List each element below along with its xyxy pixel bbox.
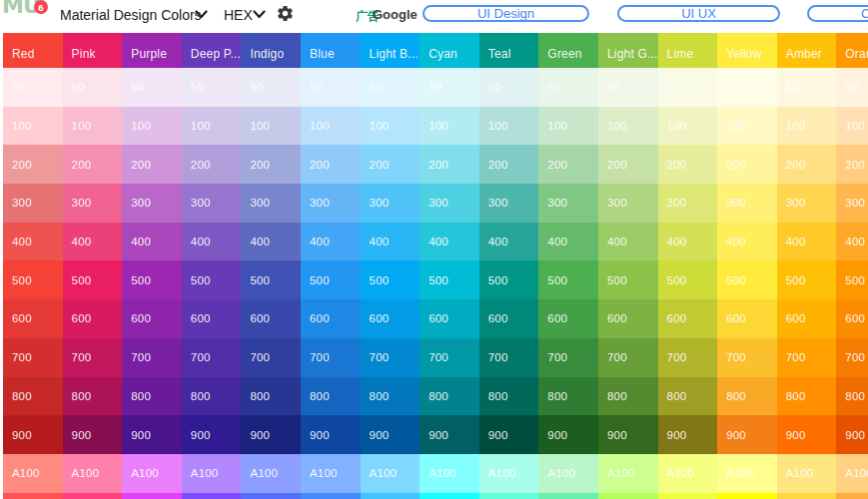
color-swatch-red-700[interactable]: 700 [3,338,63,377]
color-swatch-light-green-800[interactable]: 800 [598,377,658,416]
color-swatch-teal-700[interactable]: 700 [479,338,539,377]
color-swatch-orange-50[interactable]: 50 [836,68,868,107]
color-swatch-cyan-900[interactable]: 900 [420,415,479,454]
color-swatch-purple-100[interactable]: 100 [122,107,182,146]
color-swatch-indigo-a200[interactable]: A200 [241,493,301,499]
color-swatch-yellow-900[interactable]: 900 [717,415,777,454]
color-swatch-red-800[interactable]: 800 [3,377,63,416]
color-swatch-red-900[interactable]: 900 [3,415,63,454]
color-swatch-light-green-500[interactable]: 500 [598,260,658,299]
color-swatch-green-500[interactable]: 500 [538,260,598,299]
color-swatch-orange-400[interactable]: 400 [836,223,868,261]
column-header-green[interactable]: Green [538,33,598,68]
color-swatch-red-200[interactable]: 200 [3,145,63,184]
color-swatch-pink-a100[interactable]: A100 [63,454,123,493]
color-swatch-lime-600[interactable]: 600 [658,299,718,338]
color-swatch-purple-400[interactable]: 400 [122,223,182,261]
color-swatch-pink-500[interactable]: 500 [63,260,123,299]
color-swatch-orange-100[interactable]: 100 [836,107,868,146]
color-swatch-light-blue-600[interactable]: 600 [361,299,421,338]
color-swatch-deep-purple-50[interactable]: 50 [182,68,242,107]
color-swatch-light-green-200[interactable]: 200 [598,145,658,184]
color-swatch-amber-a200[interactable]: A200 [777,493,837,499]
color-swatch-cyan-200[interactable]: 200 [420,145,479,184]
color-swatch-pink-800[interactable]: 800 [63,377,123,416]
color-swatch-pink-700[interactable]: 700 [63,338,123,377]
color-swatch-light-green-300[interactable]: 300 [598,184,658,223]
color-swatch-pink-900[interactable]: 900 [63,415,123,454]
color-swatch-deep-purple-100[interactable]: 100 [182,107,242,146]
color-swatch-cyan-800[interactable]: 800 [420,377,479,416]
color-swatch-cyan-400[interactable]: 400 [420,223,479,261]
color-swatch-amber-200[interactable]: 200 [777,145,837,184]
color-swatch-indigo-400[interactable]: 400 [241,223,301,261]
column-header-cyan[interactable]: Cyan [420,33,479,68]
column-header-blue[interactable]: Blue [301,33,361,68]
color-swatch-deep-purple-800[interactable]: 800 [182,377,242,416]
color-swatch-lime-50[interactable]: 50 [658,68,718,107]
color-swatch-purple-a200[interactable]: A200 [122,493,182,499]
color-swatch-orange-a200[interactable]: A200 [836,493,868,499]
color-swatch-orange-800[interactable]: 800 [836,377,868,416]
color-swatch-cyan-300[interactable]: 300 [420,184,479,223]
color-swatch-indigo-a100[interactable]: A100 [241,454,301,493]
color-swatch-orange-500[interactable]: 500 [836,260,868,299]
color-swatch-amber-700[interactable]: 700 [777,338,837,377]
color-swatch-green-a200[interactable]: A200 [538,493,598,499]
color-swatch-lime-500[interactable]: 500 [658,260,718,299]
color-swatch-red-50[interactable]: 50 [3,68,63,107]
color-swatch-yellow-a200[interactable]: A200 [717,493,777,499]
color-swatch-red-300[interactable]: 300 [3,184,63,223]
color-swatch-green-900[interactable]: 900 [538,415,598,454]
color-swatch-cyan-50[interactable]: 50 [420,68,479,107]
color-swatch-green-400[interactable]: 400 [538,223,598,261]
color-swatch-blue-a200[interactable]: A200 [301,493,361,499]
color-swatch-amber-800[interactable]: 800 [777,377,837,416]
color-swatch-amber-400[interactable]: 400 [777,223,837,261]
color-swatch-pink-200[interactable]: 200 [63,145,123,184]
color-swatch-blue-200[interactable]: 200 [301,145,361,184]
color-swatch-teal-600[interactable]: 600 [479,299,539,338]
color-swatch-teal-200[interactable]: 200 [479,145,539,184]
color-swatch-green-a100[interactable]: A100 [538,454,598,493]
column-header-orange[interactable]: Orange [836,33,868,68]
format-dropdown[interactable]: HEX [224,7,253,23]
color-swatch-red-400[interactable]: 400 [3,223,63,261]
color-swatch-blue-a100[interactable]: A100 [301,454,361,493]
color-swatch-red-100[interactable]: 100 [3,107,63,146]
color-swatch-green-800[interactable]: 800 [538,377,598,416]
color-swatch-teal-400[interactable]: 400 [479,223,539,261]
color-swatch-cyan-600[interactable]: 600 [420,299,479,338]
color-swatch-indigo-100[interactable]: 100 [241,107,301,146]
color-swatch-yellow-100[interactable]: 100 [717,107,777,146]
color-swatch-cyan-a200[interactable]: A200 [420,493,479,499]
color-swatch-teal-50[interactable]: 50 [479,68,539,107]
color-swatch-amber-900[interactable]: 900 [777,415,837,454]
color-swatch-green-600[interactable]: 600 [538,299,598,338]
color-swatch-purple-50[interactable]: 50 [122,68,182,107]
color-swatch-orange-700[interactable]: 700 [836,338,868,377]
color-swatch-purple-300[interactable]: 300 [122,184,182,223]
column-header-lime[interactable]: Lime [658,33,718,68]
color-swatch-orange-600[interactable]: 600 [836,299,868,338]
color-swatch-light-blue-700[interactable]: 700 [361,338,421,377]
color-swatch-light-blue-500[interactable]: 500 [361,260,421,299]
column-header-purple[interactable]: Purple [122,33,182,68]
color-swatch-amber-500[interactable]: 500 [777,260,837,299]
color-swatch-pink-100[interactable]: 100 [63,107,123,146]
color-swatch-deep-purple-700[interactable]: 700 [182,338,242,377]
palette-dropdown[interactable]: Material Design Colors [60,7,202,23]
color-swatch-green-50[interactable]: 50 [538,68,598,107]
color-swatch-teal-100[interactable]: 100 [479,107,539,146]
color-swatch-lime-a200[interactable]: A200 [658,493,718,499]
color-swatch-light-green-100[interactable]: 100 [598,107,658,146]
color-swatch-lime-200[interactable]: 200 [658,145,718,184]
color-swatch-lime-800[interactable]: 800 [658,377,718,416]
color-swatch-yellow-800[interactable]: 800 [717,377,777,416]
color-swatch-purple-600[interactable]: 600 [122,299,182,338]
color-swatch-deep-purple-500[interactable]: 500 [182,260,242,299]
ad-button-ui-design[interactable]: UI Design [423,5,589,22]
color-swatch-purple-800[interactable]: 800 [122,377,182,416]
color-swatch-light-green-a100[interactable]: A100 [598,454,658,493]
color-swatch-green-200[interactable]: 200 [538,145,598,184]
